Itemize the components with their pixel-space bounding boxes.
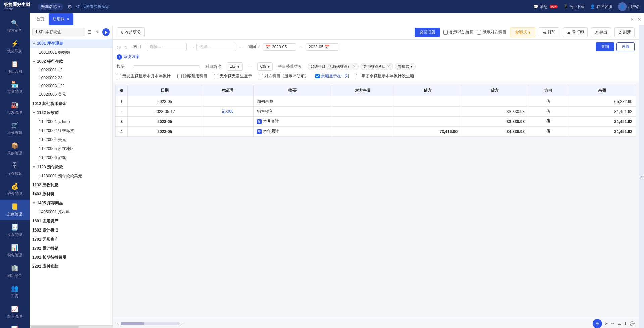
list-item[interactable]: 10010001 妈妈妈 [30, 48, 112, 57]
print-btn[interactable]: 🖨 打印 [539, 27, 559, 37]
sidebar-item-tax[interactable]: 📊 税务管理 [0, 241, 30, 261]
category-tag-normal[interactable]: 普通科目（无特殊核算） ✕ [308, 63, 359, 70]
tag-close-icon[interactable]: ✕ [387, 64, 390, 69]
nav-list-icon[interactable]: ☰ [86, 29, 93, 36]
list-item[interactable]: 1132 应收利息 [30, 181, 112, 190]
sidebar-item-operations[interactable]: 📈 经营管理 [0, 302, 30, 322]
checkbox-no-occur[interactable]: 无发生额显示本月本年累计 [117, 73, 171, 79]
app-download-btn[interactable]: 📱 App下载 [563, 4, 585, 10]
checkbox-hide-disabled[interactable]: 隐藏禁用科目 [177, 73, 207, 79]
sidebar-item-salary[interactable]: 👥 工资 [0, 281, 30, 302]
voucher-link[interactable]: 记-006 [222, 109, 234, 114]
list-item[interactable]: 1801 长期待摊费用 [30, 253, 112, 262]
sidebar-item-capital[interactable]: 💰 资金管理 [0, 179, 30, 200]
online-service-btn[interactable]: 👤 在线客服 [590, 4, 612, 10]
level-to-select[interactable]: 6级 ▾ [257, 62, 273, 71]
account-selector[interactable]: 账套名称 ▾ [38, 3, 63, 10]
user-menu[interactable]: 👤 用户名 [618, 2, 640, 11]
category-tag-quantity[interactable]: 数量式 ▾ [395, 63, 416, 70]
show-contra-checkbox[interactable]: 显示对方科目 [477, 29, 506, 35]
list-item[interactable]: 11220004 美元 [30, 135, 112, 144]
back-old-version-btn[interactable]: 返回旧版 [415, 28, 440, 37]
checkbox-beginning[interactable]: 期初余额显示本年累计发生额 [356, 73, 414, 79]
category-tag-foreign[interactable]: 外币核算科目 ✕ [361, 63, 393, 70]
horizontal-scrollbar[interactable] [30, 325, 112, 328]
tab-home[interactable]: 首页 [32, 13, 49, 25]
refresh-btn[interactable]: ↺ 刷新 [614, 27, 635, 37]
bottom-chat-icon[interactable]: 💬 [630, 321, 635, 326]
tab-detail[interactable]: 明细账 ✕ [49, 13, 74, 25]
period-filter-label[interactable]: 期间▽ [248, 44, 260, 50]
account-to-input[interactable]: 选择... [196, 43, 236, 51]
sidebar-item-retail[interactable]: 🏪 零售管理 [0, 77, 30, 98]
right-side-expand-btn[interactable]: ◁ [639, 25, 644, 328]
list-item[interactable]: 1012 其他货币资金 [30, 99, 112, 108]
list-item[interactable]: 1602 累计折旧 [30, 226, 112, 235]
bottom-lang-btn[interactable]: 英 [593, 319, 602, 328]
period-start-input[interactable]: 📅 2023-05 [263, 43, 296, 51]
tab-close-icon[interactable]: ✕ [67, 17, 69, 21]
checkbox-no-balance[interactable]: 无余额无发生显示 [214, 73, 252, 79]
demo-link[interactable]: ↺ 我要看实例演示 [76, 4, 110, 10]
sidebar-item-assets[interactable]: 🏢 固定资产 [0, 261, 30, 281]
close-window-icon[interactable]: ✕ [637, 17, 641, 22]
list-item[interactable]: 1702 累计摊销 [30, 244, 112, 253]
message-btn[interactable]: 💬 消息 99+ [533, 4, 557, 10]
row-voucher[interactable]: 记-006 [202, 107, 253, 117]
list-item[interactable]: 11230001 预付款款美元 [30, 172, 112, 181]
filter-arrow-btn[interactable]: ◁ [123, 45, 126, 49]
list-item[interactable]: ▼ 1001 库存现金 [30, 39, 112, 48]
nav-edit-icon[interactable]: ✎ [94, 29, 101, 36]
list-item[interactable]: 11220001 人民币 [30, 117, 112, 126]
scroll-left-icon[interactable]: ◁ [117, 322, 119, 325]
list-item[interactable]: 1601 固定资产 [30, 217, 112, 226]
list-item[interactable]: ▼ 1002 银行存款 [30, 57, 112, 66]
sidebar-item-inventory[interactable]: 🗄 库存核算 [0, 159, 30, 179]
nav-forward-icon[interactable]: ▶ [102, 28, 110, 36]
list-item[interactable]: 11220006 游戏 [30, 153, 112, 162]
level-from-select[interactable]: 1级 ▾ [227, 62, 243, 71]
scroll-right-icon[interactable]: ▷ [181, 322, 184, 325]
checkbox-contra[interactable]: 对方科目（显示辅助项） [259, 73, 309, 79]
account-tag[interactable]: 1001 库存现金 [32, 28, 85, 36]
list-item[interactable]: 1701 无形资产 [30, 235, 112, 244]
list-item[interactable]: 11220005 所在地区 [30, 144, 112, 153]
bottom-cloud-icon[interactable]: ☁ [617, 321, 621, 326]
list-item[interactable]: 10020006 美元 [30, 90, 112, 99]
bottom-edit-icon[interactable]: ✏ [611, 321, 614, 326]
h-scrollbar[interactable] [121, 322, 180, 325]
tag-close-icon[interactable]: ✕ [353, 64, 356, 69]
account-dropdown-icon[interactable]: ▾ [58, 5, 60, 9]
checkbox-balance-col[interactable]: 余额显示在一列 [315, 73, 349, 79]
sidebar-item-ledger[interactable]: 📒 总账管理 [0, 200, 30, 220]
sidebar-item-purchase[interactable]: 📦 采购管理 [0, 139, 30, 159]
cloud-print-btn[interactable]: ☁ 云打印 [563, 27, 588, 37]
sidebar-item-wholesale[interactable]: 🏭 批发管理 [0, 98, 30, 118]
bottom-nav-icon[interactable]: ➤ [605, 321, 608, 326]
list-item[interactable]: ▼ 1123 预付款款 [30, 162, 112, 172]
sidebar-item-ecommerce[interactable]: 🛒 小畅电商 [0, 118, 30, 139]
expand-filter-btn[interactable]: ∧ 收起更多 [117, 27, 145, 37]
settings-btn[interactable]: 设置 [616, 42, 635, 51]
list-item[interactable]: ▼ 1405 库存商品 [30, 199, 112, 208]
sidebar-item-shortcut[interactable]: ⚡ 快捷导航 [0, 37, 30, 57]
bottom-download-icon[interactable]: ⬇ [624, 321, 627, 326]
col-settings[interactable]: ⚙ [116, 85, 128, 96]
list-item[interactable]: 10020002 23 [30, 74, 112, 82]
list-item[interactable]: 14050001 原材料 [30, 208, 112, 217]
list-item[interactable]: 11220002 往来标签 [30, 126, 112, 135]
list-item[interactable]: ▼ 1122 应收款 [30, 108, 112, 117]
format-btn[interactable]: 金额式 ▾ [510, 27, 535, 37]
list-item[interactable]: 2202 应付账款 [30, 262, 112, 271]
search-btn[interactable]: 查询 [596, 42, 614, 51]
list-item[interactable]: 10020003 122 [30, 82, 112, 90]
restore-window-icon[interactable]: ⊡ [631, 17, 635, 22]
account-from-input[interactable]: 选择... ··· [147, 43, 187, 51]
period-end-input[interactable]: 2023-05 📅 [306, 43, 339, 51]
export-btn[interactable]: ↗ 导出 [591, 27, 611, 37]
settings-icon[interactable]: ⚙ [67, 4, 72, 10]
list-item[interactable]: 1403 原材料 [30, 190, 112, 199]
summary-input[interactable] [133, 65, 200, 68]
sidebar-item-contract[interactable]: 📋 项目合同 [0, 57, 30, 77]
sidebar-item-search[interactable]: 🔍 搜索菜单 [0, 16, 30, 37]
